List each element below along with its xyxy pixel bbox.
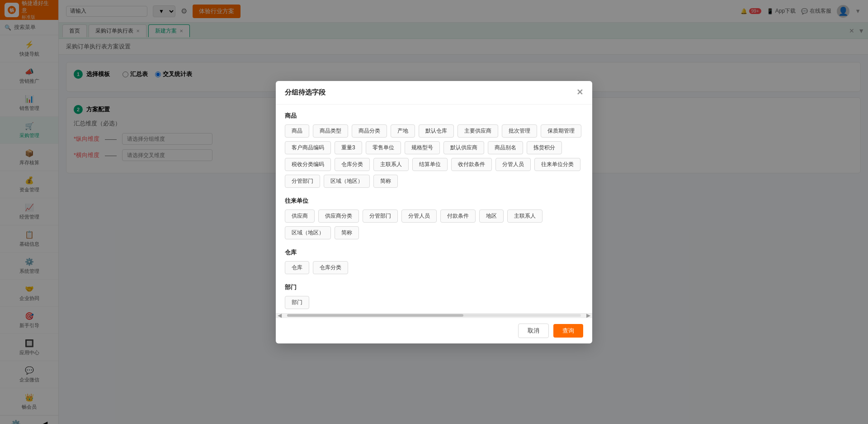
field-selection-modal: 分组待选字段 ✕ 商品 商品 商品类型 商品分类 产地 默认仓库 主要供应商 批…	[276, 81, 592, 343]
field-main-supplier[interactable]: 主要供应商	[458, 124, 498, 138]
section-warehouse-title: 仓库	[285, 248, 583, 257]
confirm-button[interactable]: 查询	[553, 324, 583, 338]
field-supplier-cat[interactable]: 供应商分类	[318, 210, 359, 223]
field-supplier[interactable]: 供应商	[285, 210, 315, 223]
field-main-contact2[interactable]: 主联系人	[507, 210, 542, 223]
field-abbr[interactable]: 简称	[373, 175, 398, 188]
modal-body: 商品 商品 商品类型 商品分类 产地 默认仓库 主要供应商 批次管理 保质期管理…	[276, 105, 592, 313]
field-origin[interactable]: 产地	[391, 124, 415, 138]
field-partner-cat[interactable]: 往来单位分类	[534, 158, 580, 171]
cancel-button[interactable]: 取消	[518, 324, 549, 338]
field-charge-person2[interactable]: 分管人员	[401, 210, 437, 223]
field-pick-points[interactable]: 拣货积分	[527, 141, 562, 154]
field-main-contact[interactable]: 主联系人	[373, 158, 409, 171]
field-charge-person[interactable]: 分管人员	[495, 158, 531, 171]
field-batch-mgmt[interactable]: 批次管理	[502, 124, 537, 138]
field-dept[interactable]: 分管部门	[285, 175, 320, 188]
field-goods[interactable]: 商品	[285, 124, 309, 138]
section-counterpart: 往来单位 供应商 供应商分类 分管部门 分管人员 付款条件 地区 主联系人 区域…	[285, 197, 583, 239]
hscroll-thumb[interactable]	[287, 314, 463, 317]
modal-footer: 取消 查询	[276, 318, 592, 343]
field-goods-category[interactable]: 商品分类	[352, 124, 387, 138]
field-abbr2[interactable]: 简称	[335, 226, 359, 239]
field-shelf-life[interactable]: 保质期管理	[541, 124, 581, 138]
counterpart-tags: 供应商 供应商分类 分管部门 分管人员 付款条件 地区 主联系人 区域（地区） …	[285, 210, 583, 239]
warehouse-tags: 仓库 仓库分类	[285, 261, 583, 274]
field-dept2[interactable]: 分管部门	[363, 210, 398, 223]
hscroll-track	[287, 314, 581, 317]
field-department[interactable]: 部门	[285, 296, 309, 309]
modal-hscroll[interactable]: ◀ ▶	[276, 313, 592, 318]
section-department: 部门 部门	[285, 283, 583, 309]
field-weight[interactable]: 重量3	[335, 141, 362, 154]
department-tags: 部门	[285, 296, 583, 309]
field-payment-terms[interactable]: 收付款条件	[451, 158, 492, 171]
field-region[interactable]: 区域（地区）	[324, 175, 370, 188]
field-region3[interactable]: 区域（地区）	[285, 226, 331, 239]
field-goods-alias[interactable]: 商品别名	[488, 141, 523, 154]
goods-tags: 商品 商品类型 商品分类 产地 默认仓库 主要供应商 批次管理 保质期管理 客户…	[285, 124, 583, 188]
field-region2[interactable]: 地区	[479, 210, 504, 223]
field-tax-code[interactable]: 税收分类编码	[285, 158, 331, 171]
modal-close-btn[interactable]: ✕	[576, 88, 583, 96]
section-department-title: 部门	[285, 283, 583, 291]
modal-title: 分组待选字段	[285, 88, 326, 97]
section-counterpart-title: 往来单位	[285, 197, 583, 205]
section-warehouse: 仓库 仓库 仓库分类	[285, 248, 583, 274]
field-goods-type[interactable]: 商品类型	[313, 124, 348, 138]
modal-header: 分组待选字段 ✕	[276, 81, 592, 105]
field-warehouse-cat[interactable]: 仓库分类	[335, 158, 370, 171]
field-settlement-unit[interactable]: 结算单位	[412, 158, 448, 171]
field-pay-terms[interactable]: 付款条件	[440, 210, 476, 223]
field-default-warehouse[interactable]: 默认仓库	[419, 124, 454, 138]
section-goods-title: 商品	[285, 112, 583, 120]
field-warehouse[interactable]: 仓库	[285, 261, 309, 274]
field-customer-sku[interactable]: 客户商品编码	[285, 141, 331, 154]
field-default-supplier[interactable]: 默认供应商	[443, 141, 484, 154]
field-retail-unit[interactable]: 零售单位	[366, 141, 401, 154]
section-goods: 商品 商品 商品类型 商品分类 产地 默认仓库 主要供应商 批次管理 保质期管理…	[285, 112, 583, 188]
field-warehouse-category[interactable]: 仓库分类	[313, 261, 348, 274]
field-spec-model[interactable]: 规格型号	[405, 141, 440, 154]
